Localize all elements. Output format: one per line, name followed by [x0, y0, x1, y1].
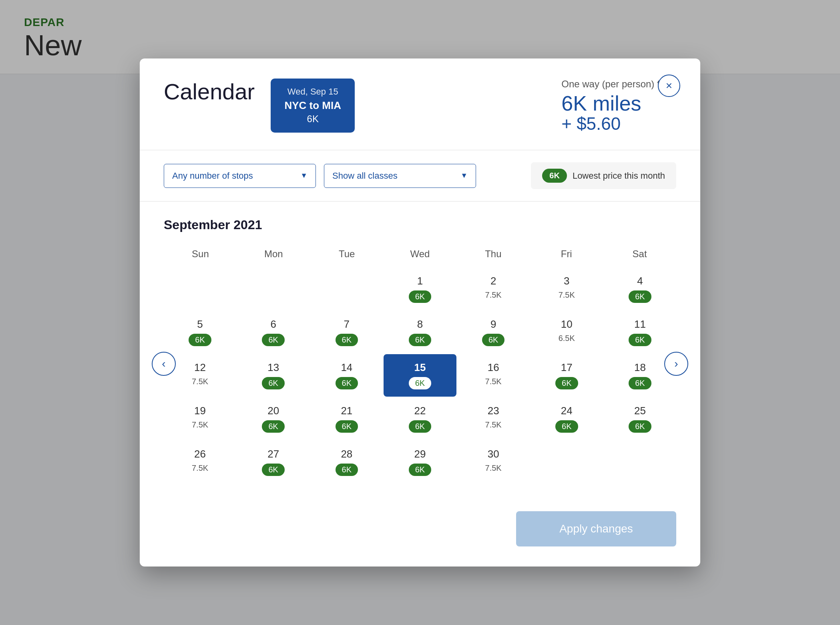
calendar-day-4[interactable]: 46K — [604, 268, 676, 310]
day-number: 25 — [634, 405, 646, 417]
calendar-day-19[interactable]: 197.5K — [164, 397, 236, 440]
calendar-day-27[interactable]: 276K — [237, 441, 309, 483]
day-number: 4 — [637, 275, 643, 287]
modal-footer: Apply changes — [140, 499, 700, 567]
filters-bar: Any number of stops ▼ Show all classes ▼… — [140, 150, 700, 202]
day-price: 6K — [336, 377, 358, 389]
day-price: 6K — [262, 464, 284, 476]
calendar-empty-cell — [310, 268, 383, 310]
day-price: 7.5K — [192, 464, 208, 473]
day-price: 6.5K — [559, 334, 575, 343]
calendar-wrapper: ‹ › SunMonTueWedThuFriSat 16K27.5K37.5K4… — [164, 244, 676, 483]
day-price: 6K — [555, 377, 578, 389]
selected-miles: 6K — [283, 113, 343, 125]
calendar-day-10[interactable]: 106.5K — [531, 311, 603, 353]
modal-title: Calendar — [164, 79, 255, 105]
stops-filter-label: Any number of stops — [172, 171, 253, 181]
day-price: 6K — [409, 464, 431, 476]
day-price: 6K — [629, 290, 651, 303]
calendar-section: September 2021 ‹ › SunMonTueWedThuFriSat… — [140, 202, 700, 499]
day-number: 28 — [341, 448, 352, 460]
calendar-day-6[interactable]: 66K — [237, 311, 309, 353]
calendar-empty-cell — [604, 441, 676, 483]
day-number: 2 — [490, 275, 496, 287]
close-button[interactable]: × — [658, 75, 680, 97]
day-number: 12 — [194, 361, 206, 374]
day-price: 7.5K — [559, 290, 575, 300]
lowest-price-badge: 6K — [542, 169, 567, 183]
modal-overlay: Calendar Wed, Sep 15 NYC to MIA 6K One w… — [0, 0, 840, 625]
day-number: 23 — [488, 405, 499, 417]
modal-header: Calendar Wed, Sep 15 NYC to MIA 6K One w… — [140, 58, 700, 150]
day-header-mon: Mon — [237, 244, 310, 264]
modal-header-left: Calendar Wed, Sep 15 NYC to MIA 6K — [164, 79, 355, 133]
day-price: 6K — [336, 420, 358, 433]
day-number: 14 — [341, 361, 352, 374]
month-title: September 2021 — [164, 218, 676, 232]
calendar-day-14[interactable]: 146K — [310, 354, 383, 397]
calendar-day-20[interactable]: 206K — [237, 397, 309, 440]
day-number: 5 — [197, 318, 203, 331]
calendar-day-24[interactable]: 246K — [531, 397, 603, 440]
lowest-price-text: Lowest price this month — [573, 171, 665, 181]
day-price: 6K — [262, 377, 284, 389]
day-number: 13 — [267, 361, 279, 374]
apply-changes-button[interactable]: Apply changes — [516, 511, 676, 546]
stops-filter[interactable]: Any number of stops ▼ — [164, 164, 316, 188]
selected-route: NYC to MIA — [283, 99, 343, 112]
calendar-day-28[interactable]: 286K — [310, 441, 383, 483]
day-price: 7.5K — [485, 420, 502, 429]
day-price: 6K — [336, 464, 358, 476]
calendar-day-16[interactable]: 167.5K — [457, 354, 530, 397]
day-price: 6K — [409, 334, 431, 346]
calendar-day-3[interactable]: 37.5K — [531, 268, 603, 310]
calendar-day-11[interactable]: 116K — [604, 311, 676, 353]
calendar-day-5[interactable]: 56K — [164, 311, 236, 353]
calendar-grid: SunMonTueWedThuFriSat 16K27.5K37.5K46K56… — [164, 244, 676, 483]
calendar-day-26[interactable]: 267.5K — [164, 441, 236, 483]
day-number: 3 — [564, 275, 569, 287]
calendar-day-17[interactable]: 176K — [531, 354, 603, 397]
calendar-day-22[interactable]: 226K — [384, 397, 456, 440]
day-number: 15 — [414, 361, 426, 374]
calendar-empty-cell — [164, 268, 236, 310]
close-icon: × — [666, 79, 672, 92]
backdrop: DEPAR New Calendar Wed, Sep 15 NYC to MI… — [0, 0, 840, 625]
modal-title-area: Calendar — [164, 79, 255, 109]
calendar-day-1[interactable]: 16K — [384, 268, 456, 310]
calendar-day-30[interactable]: 307.5K — [457, 441, 530, 483]
day-number: 24 — [561, 405, 573, 417]
classes-arrow-icon: ▼ — [460, 171, 468, 180]
day-price: 7.5K — [485, 290, 502, 300]
day-header-tue: Tue — [310, 244, 384, 264]
calendar-day-8[interactable]: 86K — [384, 311, 456, 353]
calendar-day-21[interactable]: 216K — [310, 397, 383, 440]
day-price: 7.5K — [485, 464, 502, 473]
calendar-day-25[interactable]: 256K — [604, 397, 676, 440]
lowest-price-indicator: 6K Lowest price this month — [531, 162, 676, 189]
day-number: 19 — [194, 405, 206, 417]
prev-month-button[interactable]: ‹ — [152, 352, 176, 376]
calendar-day-29[interactable]: 296K — [384, 441, 456, 483]
day-header-sun: Sun — [164, 244, 237, 264]
calendar-day-2[interactable]: 27.5K — [457, 268, 530, 310]
day-price: 6K — [409, 290, 431, 303]
day-number: 6 — [270, 318, 276, 331]
day-price: 7.5K — [192, 377, 208, 386]
classes-filter[interactable]: Show all classes ▼ — [324, 164, 476, 188]
day-number: 10 — [561, 318, 573, 331]
calendar-day-15[interactable]: 156K — [384, 354, 456, 397]
calendar-day-23[interactable]: 237.5K — [457, 397, 530, 440]
calendar-day-13[interactable]: 136K — [237, 354, 309, 397]
day-price: 6K — [629, 420, 651, 433]
stops-arrow-icon: ▼ — [300, 171, 307, 180]
day-number: 27 — [267, 448, 279, 460]
calendar-day-9[interactable]: 96K — [457, 311, 530, 353]
day-number: 26 — [194, 448, 206, 460]
calendar-modal: Calendar Wed, Sep 15 NYC to MIA 6K One w… — [140, 58, 700, 567]
price-miles: 6K miles — [561, 93, 676, 114]
calendar-day-7[interactable]: 76K — [310, 311, 383, 353]
next-month-button[interactable]: › — [664, 352, 688, 376]
calendar-empty-cell — [237, 268, 309, 310]
day-price: 6K — [262, 334, 284, 346]
